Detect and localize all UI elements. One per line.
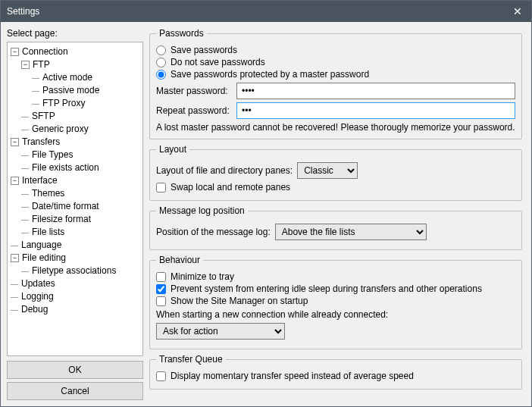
master-password-input[interactable] — [236, 83, 515, 99]
tree-item-generic-proxy[interactable]: —Generic proxy — [21, 123, 141, 136]
tree-item-themes[interactable]: —Themes — [21, 187, 141, 200]
right-panel: Passwords Save passwords Do not save pas… — [149, 28, 525, 400]
ok-button[interactable]: OK — [7, 361, 143, 379]
titlebar: Settings ✕ — [1, 1, 531, 22]
msglog-group: Message log position Position of the mes… — [149, 205, 522, 250]
left-panel: Select page: −Connection −FTP —Active mo… — [7, 28, 143, 400]
collapse-icon[interactable]: − — [11, 138, 19, 146]
layout-group: Layout Layout of file and directory pane… — [149, 144, 522, 201]
cancel-button[interactable]: Cancel — [7, 382, 143, 400]
transfer-queue-legend: Transfer Queue — [156, 354, 226, 365]
collapse-icon[interactable]: − — [21, 61, 30, 69]
tree-item-file-editing[interactable]: −File editing — [11, 252, 141, 265]
window-title: Settings — [7, 6, 39, 17]
tree-item-updates[interactable]: —Updates — [11, 277, 141, 290]
tree-item-filelists[interactable]: —File lists — [21, 226, 141, 239]
tree-item-connection[interactable]: −Connection — [11, 45, 141, 58]
tree-item-ftp[interactable]: −FTP — [21, 58, 141, 71]
radio-no-save-passwords[interactable] — [156, 58, 166, 67]
show-sitemgr-checkbox[interactable] — [156, 296, 166, 306]
msglog-label: Position of the message log: — [156, 227, 271, 237]
close-icon[interactable]: ✕ — [510, 4, 525, 19]
repeat-password-label: Repeat password: — [156, 105, 232, 116]
page-tree[interactable]: −Connection −FTP —Active mode —Passive m… — [7, 42, 143, 356]
tree-item-logging[interactable]: —Logging — [11, 290, 141, 303]
tree-item-datetime[interactable]: —Date/time format — [21, 200, 141, 213]
master-password-label: Master password: — [156, 86, 232, 96]
tree-item-filetype-assoc[interactable]: —Filetype associations — [21, 265, 141, 277]
radio-save-passwords[interactable] — [156, 45, 166, 55]
tree-item-file-types[interactable]: —File Types — [21, 149, 141, 161]
settings-window: Settings ✕ Select page: −Connection −FTP… — [0, 0, 532, 407]
collapse-icon[interactable]: − — [11, 177, 19, 185]
select-page-label: Select page: — [7, 28, 143, 39]
panes-select[interactable]: Classic — [297, 162, 358, 179]
panes-label: Layout of file and directory panes: — [156, 165, 293, 176]
msglog-select[interactable]: Above the file lists — [275, 224, 427, 240]
momentary-speed-checkbox[interactable] — [156, 371, 166, 381]
prevent-sleep-checkbox[interactable] — [156, 284, 166, 294]
passwords-group: Passwords Save passwords Do not save pas… — [149, 28, 522, 139]
behaviour-legend: Behaviour — [156, 255, 203, 265]
password-note: A lost master password cannot be recover… — [156, 122, 515, 133]
passwords-legend: Passwords — [156, 28, 207, 39]
transfer-queue-group: Transfer Queue Display momentary transfe… — [149, 354, 522, 390]
collapse-icon[interactable]: − — [11, 254, 19, 262]
tree-item-file-exists[interactable]: —File exists action — [21, 161, 141, 174]
minimize-tray-checkbox[interactable] — [156, 272, 166, 282]
radio-master-password[interactable] — [156, 70, 166, 80]
when-connected-label: When starting a new connection while alr… — [156, 309, 515, 320]
tree-item-language[interactable]: —Language — [11, 239, 141, 252]
tree-item-filesize[interactable]: —Filesize format — [21, 213, 141, 226]
layout-legend: Layout — [156, 144, 189, 155]
swap-panes-checkbox[interactable] — [156, 183, 166, 193]
content: Select page: −Connection −FTP —Active mo… — [1, 22, 531, 406]
collapse-icon[interactable]: − — [11, 48, 19, 56]
tree-item-active-mode[interactable]: —Active mode — [32, 71, 141, 84]
tree-item-transfers[interactable]: −Transfers — [11, 136, 141, 149]
when-connected-select[interactable]: Ask for action — [156, 323, 285, 340]
repeat-password-input[interactable] — [236, 102, 515, 119]
tree-item-sftp[interactable]: —SFTP — [21, 110, 141, 123]
tree-item-passive-mode[interactable]: —Passive mode — [32, 84, 141, 97]
behaviour-group: Behaviour Minimize to tray Prevent syste… — [149, 255, 522, 349]
msglog-legend: Message log position — [156, 205, 248, 216]
tree-item-interface[interactable]: −Interface — [11, 174, 141, 187]
tree-item-debug[interactable]: —Debug — [11, 303, 141, 316]
tree-item-ftp-proxy[interactable]: —FTP Proxy — [32, 97, 141, 110]
